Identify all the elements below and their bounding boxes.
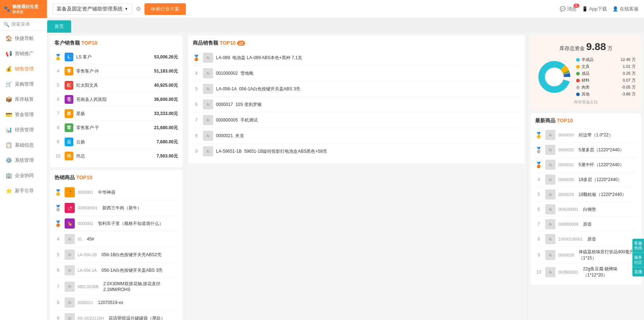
- np-item[interactable]: 8 Ai 10000100001 原壶: [535, 232, 637, 247]
- product-sales-title: 商品销售额 TOP10 22: [193, 40, 520, 46]
- list-item[interactable]: 9 Ai LA-59651-1B 59651-1B旋转投影灯电池盒ABS黑色+5…: [193, 144, 520, 159]
- list-item[interactable]: 9 云 云扬 7,680.00元: [54, 135, 178, 149]
- sidebar-item-sales[interactable]: 💰 销售管理: [0, 61, 47, 77]
- rank: 9: [535, 253, 542, 258]
- customer-name-4: 零售客户·许: [76, 68, 151, 74]
- np-item[interactable]: 6 Ai 004100001 白钢垫: [535, 202, 637, 217]
- list-item[interactable]: 🥈 🥩 000500001 新西兰牛肉（新牛）: [54, 200, 178, 216]
- product-name: 原壶: [583, 221, 637, 227]
- sidebar-item-purchase[interactable]: 🛒 采购管理: [0, 77, 47, 92]
- float-live[interactable]: 直播: [632, 267, 644, 276]
- sidebar-item-operation[interactable]: 📊 经营管理: [0, 122, 47, 138]
- avatar-4: 零: [65, 67, 73, 75]
- list-item[interactable]: 6 Ai LA-056-1A 056-1A白色按键开关盖ABS 3壳: [54, 263, 178, 278]
- inventory-chart-area: 半成品 12.45 万 文具 1.01 万 成品 0.25 万: [536, 56, 636, 98]
- list-item[interactable]: 4 Ai 01 45#: [54, 231, 178, 247]
- product-code: 0000032: [558, 148, 574, 152]
- list-item[interactable]: 7 Ai 000800005 手机测试: [193, 112, 520, 128]
- app-download-item[interactable]: 📱 App下载: [582, 6, 607, 12]
- svg-point-6: [546, 69, 562, 85]
- rank: 5: [535, 192, 542, 197]
- list-item[interactable]: 7 Ai NB2.0X30B 2.0X30MM双搓花轴,搓花直径2.1MM/RO…: [54, 278, 178, 295]
- list-item[interactable]: 8 零 零售客户·于 21,680.00元: [54, 121, 178, 135]
- sidebar-item-marketing[interactable]: 📢 营销推广: [0, 46, 47, 61]
- list-item[interactable]: 5 Ai LA-056-1B 056-1B白色按键开关壳ABS2壳: [54, 247, 178, 263]
- np-item[interactable]: 9 Ai 0000028 体硫荔枝味苏打饮品400毫升（1*15）: [535, 247, 637, 264]
- hot-products-card: 热销商品 TOP10 🥇 🍊 0000001 中华神器 🥈 🥩 00050000…: [50, 170, 182, 320]
- list-item[interactable]: 🥉 🍖 0000002 智利车子里（规格不知道填什么）: [54, 216, 178, 231]
- rank-6: 6: [54, 97, 62, 102]
- sidebar-search[interactable]: 🔍 搜索菜单: [0, 18, 47, 31]
- product-name: 体硫荔枝味苏打饮品400毫升（1*15）: [579, 249, 637, 261]
- legend-item: 成品 0.25 万: [576, 70, 636, 77]
- operation-icon: 📊: [5, 127, 12, 133]
- trial-button[interactable]: 体验行业方案: [144, 3, 186, 15]
- sidebar-item-system[interactable]: ⚙️ 系统管理: [0, 153, 47, 168]
- list-item[interactable]: 5 Ai LA-056-1A 056-1A白色按键开关盖ABS 3壳: [193, 81, 520, 97]
- np-item[interactable]: 🥈 Ai 0000032 5厘多层（1220*2440）: [535, 143, 637, 157]
- product-code: 0000001: [78, 190, 93, 194]
- sidebar-label: 销售管理: [15, 66, 34, 72]
- sidebar-item-inventory[interactable]: 📦 库存核算: [0, 92, 47, 107]
- tab-home[interactable]: 首页: [47, 20, 71, 33]
- sidebar-item-basic[interactable]: 📋 基础信息: [0, 138, 47, 153]
- list-item[interactable]: 6 Ai 0000017 10S 变刹罗猴: [193, 97, 520, 112]
- sidebar-item-guide[interactable]: ⭐ 新手引导: [0, 183, 47, 198]
- list-item[interactable]: 6 苍 苍南县人民医院 36,600.00元: [54, 93, 178, 107]
- sidebar-item-corp[interactable]: 🏢 企业协同: [0, 168, 47, 183]
- np-item[interactable]: 4 Ai 0000030 18多层（1220*2440）: [535, 172, 637, 187]
- list-item[interactable]: 4 Ai 001000002 雪地靴: [193, 66, 520, 81]
- sidebar-item-finance[interactable]: 💳 资金管理: [0, 107, 47, 122]
- np-item[interactable]: 🥉 Ai 0000031 5厘中纤（1220*2440）: [535, 157, 637, 172]
- list-item[interactable]: 🥇 🍊 0000001 中华神器: [54, 185, 178, 200]
- np-item[interactable]: 5 Ai 0000029 18颗粒板（1220*2440）: [535, 187, 637, 202]
- system-dropdown[interactable]: 装备及固定资产辅助管理系统 ▼: [53, 4, 132, 15]
- list-item[interactable]: 5 红 红太阳文具 40,925.00元: [54, 78, 178, 93]
- rank: 4: [535, 177, 542, 182]
- list-item[interactable]: 8 Ai 0000011 12070519-xs: [54, 295, 178, 311]
- list-item[interactable]: 🥇 L LS 客户 53,006.26元: [54, 50, 178, 64]
- legend-item: 其他 -3.86 万: [576, 91, 636, 98]
- rank-7: 7: [54, 111, 62, 116]
- np-item[interactable]: 🥇 Ai 0000033 封边带（1.0*22）: [535, 128, 637, 143]
- search-icon: 🔍: [4, 22, 9, 27]
- list-item[interactable]: 10 尚 尚总 7,563.00元: [54, 149, 178, 163]
- gear-icon[interactable]: ⚙: [136, 5, 141, 12]
- list-item[interactable]: 7 星 星扬 33,333.00元: [54, 107, 178, 121]
- product-info: 0000021 夹克: [216, 133, 520, 139]
- customer-sales-card: 客户销售额 TOP10 🥇 L LS 客户 53,006.26元 4 零 零售客…: [50, 36, 182, 167]
- medal: 🥉: [193, 54, 200, 61]
- list-item[interactable]: 🥉 Ai LA-089 电池盖 LA-089 ABS本色+黑种 7.1克: [193, 50, 520, 66]
- online-service-item[interactable]: 👤 在线客服: [612, 6, 639, 12]
- top10-badge: 22: [237, 41, 245, 46]
- product-code: 0000033: [558, 133, 574, 137]
- float-community[interactable]: 服务 社区: [632, 253, 644, 267]
- product-img: Ai: [545, 130, 555, 140]
- sidebar-item-shortcuts[interactable]: 🏠 快捷导航: [0, 31, 47, 46]
- rank: 7: [54, 284, 62, 289]
- np-item[interactable]: 7 Ai 000800008 原壶: [535, 217, 637, 232]
- np-item[interactable]: 10 Ai 003800001 22g鱼豆腐·烧烤味（1*12*20）: [535, 264, 637, 280]
- header-right: 💬 消息 6 📱 App下载 👤 在线客服: [560, 6, 639, 12]
- float-customer-service[interactable]: 客服 热线: [632, 239, 644, 253]
- legend-dot: [576, 65, 580, 69]
- product-code: 000800008: [558, 222, 578, 226]
- list-item[interactable]: 9 Ai KK-SD22110H 花语萌馆温分罐罐袋（厚款）: [54, 311, 178, 320]
- product-name: 056-1B白色按键开关壳ABS2壳: [102, 252, 178, 258]
- customer-name-6: 苍南县人民医院: [76, 97, 151, 103]
- list-item[interactable]: 8 Ai 0000021 夹克: [193, 128, 520, 144]
- inventory-legend: 半成品 12.45 万 文具 1.01 万 成品 0.25 万: [576, 56, 636, 98]
- rank: 6: [54, 268, 62, 273]
- message-item[interactable]: 💬 消息 6: [560, 6, 576, 12]
- avatar-8: 零: [65, 123, 73, 132]
- product-name: 中华神器: [98, 189, 178, 196]
- medal-1: 🥇: [54, 54, 62, 61]
- float-service: 客服 热线 服务 社区 直播: [632, 239, 644, 276]
- legend-dot: [576, 93, 580, 96]
- product-info: 001000002 雪地靴: [216, 70, 520, 77]
- list-item[interactable]: 4 零 零售客户·许 51,183.00元: [54, 64, 178, 78]
- sidebar-label: 系统管理: [15, 157, 34, 164]
- marketing-icon: 📢: [5, 50, 12, 57]
- product-img: Ai: [203, 131, 213, 141]
- rank-4: 4: [54, 69, 62, 74]
